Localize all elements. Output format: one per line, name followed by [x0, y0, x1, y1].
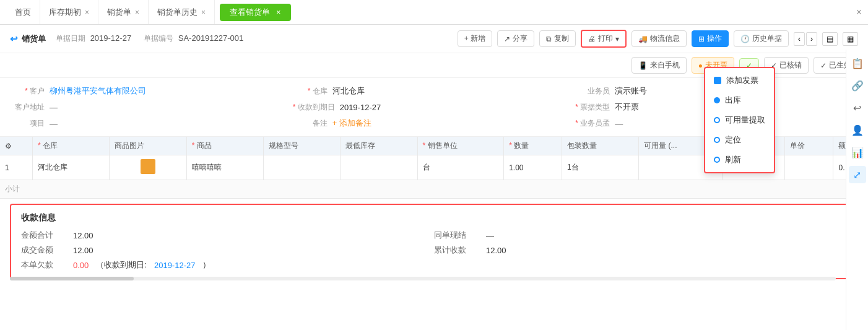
print-dropdown-icon: ▾ — [615, 35, 619, 43]
prev-button[interactable]: ‹ — [794, 32, 805, 46]
payment-section: 收款信息 金额合计 12.00 同单现结 — 成交金额 12.00 累计收款 1… — [10, 204, 858, 279]
logistics-label: 物流信息 — [650, 33, 680, 44]
copy-button[interactable]: ⧉ 复制 — [539, 30, 576, 47]
cumulative-label: 累计收款 — [434, 245, 479, 256]
col-settings[interactable]: ⚙ — [0, 137, 33, 155]
sidebar-doc-icon[interactable]: 📋 — [849, 54, 866, 72]
from-phone-button[interactable]: 📱 来自手机 — [631, 57, 687, 74]
operations-dropdown: 添加发票 出库 可用量提取 定位 刷新 — [704, 67, 775, 173]
tab-home[interactable]: 首页 — [6, 0, 40, 24]
address-row: 客户地址 — — [10, 102, 293, 113]
grid-icon: ⊞ — [698, 35, 705, 43]
row-quantity: 1.00 — [504, 155, 562, 180]
logistics-icon: 🚚 — [638, 35, 648, 43]
salesperson-label: 业务员孟 — [575, 118, 610, 129]
payment-date-row: 收款到期日 2019-12-27 — [293, 102, 576, 113]
share-button[interactable]: ↗ 分享 — [497, 30, 534, 47]
tab-label: 查看销货单 — [230, 7, 270, 18]
remark-row: 备注 + 添加备注 — [293, 118, 576, 129]
menu-refresh[interactable]: 刷新 — [705, 150, 774, 170]
sidebar-link-icon[interactable]: 🔗 — [849, 77, 866, 94]
sidebar-return-icon[interactable]: ↩ — [849, 99, 866, 116]
project-label: 项目 — [10, 118, 45, 129]
warehouse-value: 河北仓库 — [332, 85, 365, 97]
tab-close-icon[interactable]: × — [201, 8, 206, 17]
customer-label: 客户 — [10, 86, 45, 97]
balance-value: 0.00 — [73, 261, 89, 270]
row-warehouse: 河北仓库 — [33, 155, 110, 180]
sidebar-expand-icon[interactable]: ⤢ — [849, 166, 866, 183]
subtotal-label: 小计 — [0, 180, 868, 199]
staff-label: 业务员 — [575, 86, 610, 97]
col-product: 商品 — [186, 137, 263, 155]
tab-sales-order[interactable]: 销货单 × — [98, 0, 149, 24]
payment-date-value: 2019-12-27 — [340, 103, 381, 112]
amount-row: 金额合计 12.00 — [21, 230, 434, 241]
share-icon: ↗ — [504, 35, 510, 43]
print-icon: 🖨 — [588, 35, 596, 43]
address-label: 客户地址 — [10, 102, 45, 113]
doc-title: ↩ 销货单 — [10, 33, 46, 45]
outbound-label: 出库 — [725, 95, 741, 106]
tab-inventory-init[interactable]: 库存期初 × — [40, 0, 98, 24]
col-min-stock: 最低库存 — [341, 137, 417, 155]
sidebar-chart-icon[interactable]: 📊 — [849, 144, 866, 161]
menu-add-invoice[interactable]: 添加发票 — [705, 71, 774, 90]
available-qty-icon — [714, 117, 720, 123]
horizontal-scrollbar[interactable] — [10, 277, 836, 280]
new-button[interactable]: + 新增 — [458, 30, 492, 47]
cumulative-value: 12.00 — [486, 246, 506, 255]
balance-label: 本单欠款 — [21, 259, 66, 271]
right-sidebar: 📋 🔗 ↩ 👤 📊 ⤢ — [846, 50, 868, 330]
print-label: 打印 — [598, 33, 613, 44]
col-quantity: 数量 — [504, 137, 562, 155]
history-button[interactable]: 🕐 历史单据 — [734, 30, 789, 47]
close-window-button[interactable]: × — [856, 7, 862, 18]
share-label: 分享 — [513, 33, 527, 44]
locate-icon — [714, 137, 720, 143]
row-image — [110, 155, 186, 180]
refresh-icon — [714, 157, 720, 163]
doc-header: ↩ 销货单 单据日期 2019-12-27 单据编号 SA-20191227-0… — [0, 25, 868, 53]
payment-date-label: 收款到期日 — [293, 102, 335, 113]
tab-close-icon[interactable]: × — [135, 8, 139, 17]
view2-button[interactable]: ▦ — [843, 32, 858, 46]
row-unit: 台 — [417, 155, 504, 180]
print-button[interactable]: 🖨 打印 ▾ — [581, 30, 627, 48]
tab-label: 首页 — [15, 7, 31, 18]
plus-icon: + — [332, 118, 337, 128]
row-min-stock — [341, 155, 417, 180]
menu-locate[interactable]: 定位 — [705, 130, 774, 150]
add-remark-button[interactable]: + 添加备注 — [332, 118, 371, 129]
doc-actions: + 新增 ↗ 分享 ⧉ 复制 🖨 打印 ▾ 🚚 物流信息 ⊞ 操作 — [458, 30, 858, 48]
logistics-button[interactable]: 🚚 物流信息 — [631, 30, 687, 47]
number-value: SA-20191227-001 — [178, 33, 244, 43]
available-qty-label: 可用量提取 — [725, 115, 765, 126]
project-value: — — [50, 119, 58, 128]
menu-available-qty[interactable]: 可用量提取 — [705, 110, 774, 130]
remark-label: 备注 — [293, 118, 328, 129]
copy-icon: ⧉ — [546, 35, 552, 43]
cumulative-row: 累计收款 12.00 — [434, 245, 847, 256]
effective-icon: ✓ — [820, 61, 827, 70]
row-index: 1 — [0, 155, 33, 180]
tab-close-icon[interactable]: × — [85, 8, 89, 17]
next-button[interactable]: › — [806, 32, 817, 46]
scrollbar-thumb[interactable] — [10, 277, 134, 280]
tab-sales-history[interactable]: 销货单历史 × — [149, 0, 215, 24]
number-label: 单据编号 — [144, 34, 173, 43]
customer-value[interactable]: 柳州粤港平安气体有限公司 — [50, 85, 146, 97]
staff-value: 演示账号 — [615, 85, 647, 97]
balance-date: 2019-12-27 — [154, 261, 196, 270]
sidebar-user-icon[interactable]: 👤 — [849, 121, 866, 139]
col-warehouse: 仓库 — [33, 137, 110, 155]
tab-close-active-icon[interactable]: × — [276, 7, 281, 17]
operations-button[interactable]: ⊞ 操作 — [692, 30, 729, 47]
view1-button[interactable]: ▤ — [822, 32, 838, 46]
tab-label: 销货单 — [107, 7, 131, 18]
same-order-label: 同单现结 — [434, 230, 479, 241]
from-phone-label: 来自手机 — [650, 60, 680, 71]
tab-view-sales[interactable]: 查看销货单 × — [220, 4, 291, 21]
row-spec — [263, 155, 340, 180]
menu-outbound[interactable]: 出库 — [705, 90, 774, 110]
